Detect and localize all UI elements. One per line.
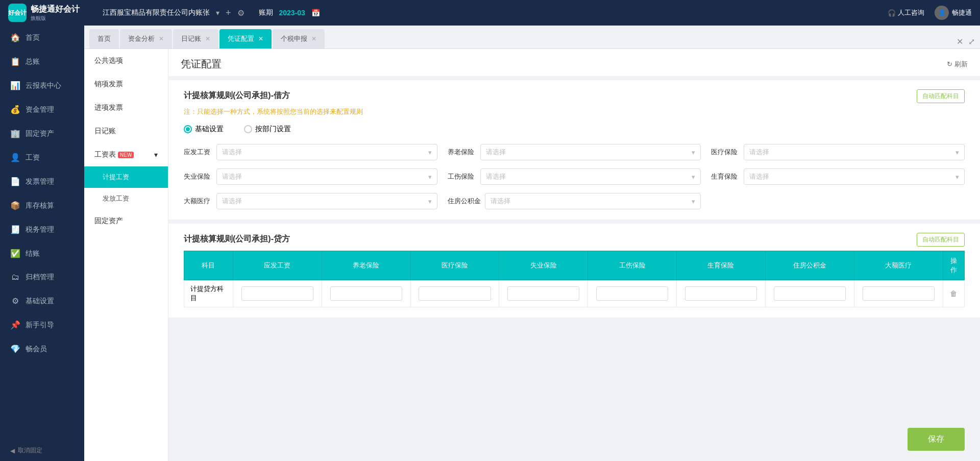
nav-public[interactable]: 公共选项 [84,49,168,72]
delete-row-btn[interactable]: 🗑 [950,289,957,298]
sidebar-label-stock: 库存核算 [26,201,54,210]
cell-medical[interactable] [410,280,499,307]
salary-icon: 👤 [10,153,20,162]
tab-tax-close[interactable]: ✕ [311,35,316,42]
select-injury[interactable]: 请选择 ▾ [480,168,701,185]
sidebar-item-stock[interactable]: 📦 库存核算 [0,193,84,217]
input-medical[interactable] [419,286,491,301]
field-applied-salary: 应发工资 请选择 ▾ [184,144,437,160]
sidebar-item-archive[interactable]: 🗂 归档管理 [0,265,84,289]
col-pension: 养老保险 [322,251,410,280]
support-btn[interactable]: 🎧 人工咨询 [888,8,924,17]
select-applied-salary[interactable]: 请选择 ▾ [216,144,437,160]
save-btn[interactable]: 保存 [908,428,965,451]
input-unemployment[interactable] [507,286,579,301]
input-housing[interactable] [774,286,846,301]
sidebar-item-guide[interactable]: 📌 新手引导 [0,313,84,337]
header-right: 🎧 人工咨询 👤 畅捷通 [888,6,972,20]
nav-accrue-salary[interactable]: 计提工资 [84,166,168,188]
tab-voucher-config[interactable]: 凭证配置 ✕ [219,29,272,48]
tab-tax[interactable]: 个税申报 ✕ [273,29,325,48]
cell-applied[interactable] [233,280,322,307]
new-badge: NEW [118,152,134,158]
username: 畅捷通 [952,8,972,17]
sidebar-item-invoice[interactable]: 📄 发票管理 [0,169,84,193]
tab-home-label: 首页 [97,34,111,43]
select-large-medical[interactable]: 请选择 ▾ [216,193,437,209]
col-maternity: 生育保险 [677,251,766,280]
select-pension[interactable]: 请选择 ▾ [480,144,701,160]
left-nav: 公共选项 销项发票 进项发票 日记账 工资表 NEW ▾ 计提工资 [84,49,168,461]
expand-window-icon[interactable]: ⤢ [968,37,975,46]
nav-sales-invoice[interactable]: 销项发票 [84,72,168,96]
calendar-icon[interactable]: 📅 [311,9,320,17]
tab-journal-close[interactable]: ✕ [205,35,210,42]
refresh-icon: ↻ [947,60,952,68]
tab-voucher-close[interactable]: ✕ [258,35,263,42]
dropdown-icon: ▾ [428,149,432,156]
cell-large-medical[interactable] [854,280,943,307]
input-large-medical[interactable] [863,286,935,301]
tab-bar: 首页 资金分析 ✕ 日记账 ✕ 凭证配置 ✕ 个税申报 ✕ ✕ ⤢ [84,26,980,49]
nav-fixed-asset[interactable]: 固定资产 [84,209,168,233]
sidebar-item-tax[interactable]: 🧾 税务管理 [0,217,84,241]
row-label: 计提贷方科目 [184,280,233,307]
input-maternity[interactable] [685,286,757,301]
logo-icon: 好会计 [8,4,27,22]
debit-auto-match-btn[interactable]: 自动匹配科目 [917,89,965,103]
company-dropdown-icon[interactable]: ▾ [216,9,219,17]
credit-section: 计提核算规则(公司承担)-贷方 自动匹配科目 科目 应发工资 养老保险 医疗保险… [168,224,980,318]
sidebar-item-fund[interactable]: 💰 资金管理 [0,98,84,122]
nav-pay-salary[interactable]: 发放工资 [84,188,168,209]
nav-journal[interactable]: 日记账 [84,119,168,143]
tab-fund-close[interactable]: ✕ [159,35,164,42]
sidebar-label-checkout: 结账 [26,249,40,258]
cancel-fix-btn[interactable]: ◀ 取消固定 [0,440,84,461]
input-injury[interactable] [596,286,668,301]
sidebar-item-vip[interactable]: 💎 畅会员 [0,337,84,361]
sidebar-item-report[interactable]: 📊 云报表中心 [0,74,84,98]
input-applied[interactable] [241,286,313,301]
app-edition: 旗舰版 [31,15,80,22]
tab-journal[interactable]: 日记账 ✕ [173,29,218,48]
sidebar-label-salary: 工资 [26,153,40,162]
salary-sheet-label: 工资表 [94,150,116,159]
field-pension: 养老保险 请选择 ▾ [448,144,701,160]
cell-maternity[interactable] [677,280,766,307]
radio-basic-circle [184,125,192,133]
ledger-icon: 📋 [10,57,20,66]
select-housing-fund[interactable]: 请选择 ▾ [485,193,701,209]
sidebar-label-tax: 税务管理 [26,225,54,234]
tab-fund-analysis[interactable]: 资金分析 ✕ [120,29,172,48]
cell-action: 🗑 [943,280,964,307]
add-account-btn[interactable]: + [226,8,231,18]
sidebar-item-home[interactable]: 🏠 首页 [0,26,84,50]
cell-unemployment[interactable] [499,280,588,307]
sidebar-label-fund: 资金管理 [26,105,54,114]
settings-icon[interactable]: ⚙ [237,8,244,18]
cell-pension[interactable] [322,280,410,307]
refresh-btn[interactable]: ↻ 刷新 [947,60,968,69]
sidebar-item-asset[interactable]: 🏢 固定资产 [0,122,84,145]
select-unemployment[interactable]: 请选择 ▾ [216,168,437,185]
nav-salary-sheet[interactable]: 工资表 NEW ▾ [84,143,168,166]
close-window-icon[interactable]: ✕ [957,37,963,46]
debit-section-title: 计提核算规则(公司承担)-借方 [184,90,965,101]
sidebar-item-checkout[interactable]: ✅ 结账 [0,241,84,265]
input-pension[interactable] [330,286,402,301]
user-area[interactable]: 👤 畅捷通 [935,6,972,20]
cell-housing[interactable] [765,280,854,307]
sidebar-item-ledger[interactable]: 📋 总账 [0,50,84,74]
sidebar-label-report: 云报表中心 [26,81,61,90]
cell-injury[interactable] [588,280,677,307]
radio-basic[interactable]: 基础设置 [184,125,224,134]
sidebar-item-settings[interactable]: ⚙ 基础设置 [0,289,84,313]
tab-home[interactable]: 首页 [89,29,119,48]
nav-purchase-invoice[interactable]: 进项发票 [84,96,168,119]
credit-auto-match-btn[interactable]: 自动匹配科目 [917,233,965,247]
select-medical[interactable]: 请选择 ▾ [744,144,965,160]
select-maternity[interactable]: 请选择 ▾ [744,168,965,185]
col-large-medical: 大额医疗 [854,251,943,280]
radio-department[interactable]: 按部门设置 [244,125,291,134]
sidebar-item-salary[interactable]: 👤 工资 [0,145,84,169]
